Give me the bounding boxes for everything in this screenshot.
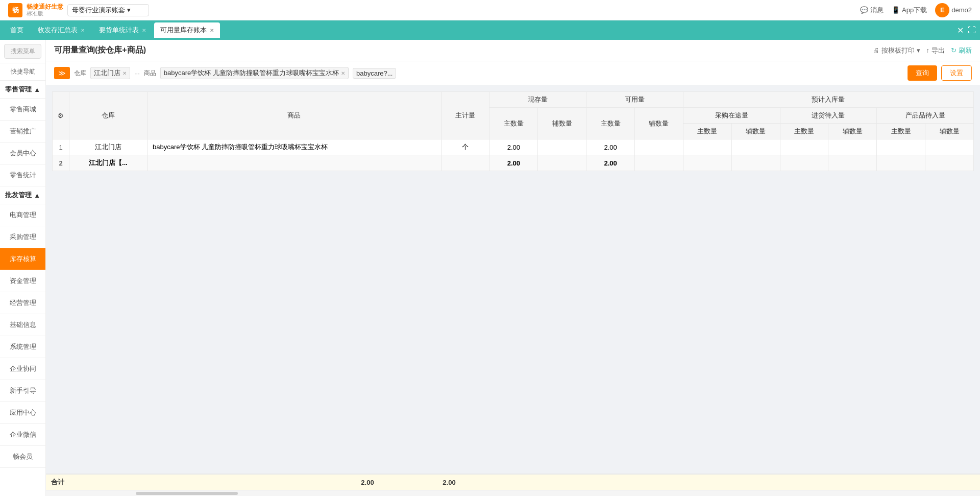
top-bar-left: 畅 畅捷通好生意 标准版 母婴行业演示账套 ▾ <box>8 3 149 17</box>
sidebar-item-purchase[interactable]: 采购管理 <box>0 226 45 248</box>
col-unit-header: 主计量 <box>441 92 489 139</box>
warehouse-more[interactable]: ··· <box>134 69 140 77</box>
avatar: E <box>935 3 949 17</box>
table-footer: 合计 2.00 2.00 <box>46 474 980 490</box>
sidebar-item-wholesale-mgmt[interactable]: 批发管理 ▲ <box>0 186 45 204</box>
tab-expand[interactable]: ⛶ <box>968 26 976 35</box>
tab-order-stats-close[interactable]: ✕ <box>142 28 146 33</box>
tab-order-stats[interactable]: 要货单统计表 ✕ <box>93 22 152 38</box>
row2-incoming-aux <box>828 155 877 171</box>
col-expected-header: 预计入库量 <box>683 92 973 108</box>
warehouse-filter-tag: 江北门店 ✕ <box>90 67 130 79</box>
sidebar-item-ops[interactable]: 经营管理 <box>0 292 45 314</box>
sidebar-item-enterprise-collab[interactable]: 企业协同 <box>0 358 45 380</box>
export-btn[interactable]: ↑ 导出 <box>926 46 945 55</box>
row2-product <box>148 155 442 171</box>
col-stock-header: 现存量 <box>489 92 586 108</box>
scroll-thumb[interactable] <box>136 492 238 495</box>
row1-avail-aux <box>635 139 683 155</box>
col-production-aux-header: 辅数量 <box>925 124 974 139</box>
col-stock-main-header: 主数量 <box>489 108 538 139</box>
sidebar-item-enterprise-wechat[interactable]: 企业微信 <box>0 424 45 446</box>
industry-select[interactable]: 母婴行业演示账套 ▾ <box>67 4 149 16</box>
row1-stock-aux <box>538 139 586 155</box>
row1-product: babycare学饮杯 儿童防摔防撞吸管杯重力球吸嘴杯宝宝水杯 <box>148 139 442 155</box>
sidebar-item-retail-mall[interactable]: 零售商城 <box>0 99 45 121</box>
print-btn[interactable]: 🖨 按模板打印 ▾ <box>873 46 920 55</box>
sidebar-item-member-center[interactable]: 会员中心 <box>0 143 45 164</box>
sidebar-item-marketing[interactable]: 营销推广 <box>0 121 45 143</box>
sidebar-item-retail-stats[interactable]: 零售统计 <box>0 164 45 186</box>
row2-avail-aux <box>635 155 683 171</box>
tab-inventory[interactable]: 可用量库存账本 ✕ <box>154 22 220 38</box>
row2-num: 2 <box>53 155 69 171</box>
app-download-btn[interactable]: 📱 App下载 <box>892 6 927 15</box>
col-purchase-transit-header: 采购在途量 <box>683 108 780 124</box>
page-title: 可用量查询(按仓库+商品) <box>54 45 146 56</box>
filter-expand-btn[interactable]: ≫ <box>54 67 70 79</box>
col-avail-aux-header: 辅数量 <box>635 108 683 139</box>
row2-purchase-aux <box>731 155 780 171</box>
filter-bar: ≫ 仓库 江北门店 ✕ ··· 商品 babycare学饮杯 儿童防摔防撞吸管杯… <box>46 61 980 85</box>
std-label: 标准版 <box>27 10 63 17</box>
warehouse-tag-close[interactable]: ✕ <box>122 70 127 76</box>
tab-bar: 首页 收发存汇总表 ✕ 要货单统计表 ✕ 可用量库存账本 ✕ ✕ ⛶ <box>0 20 980 40</box>
row2-warehouse: 江北门店【... <box>69 155 148 171</box>
table-row: 2 江北门店【... 2.00 2.00 <box>53 155 974 171</box>
col-product-header: 商品 <box>148 92 442 139</box>
row1-warehouse: 江北门店 <box>69 139 148 155</box>
row1-avail-main: 2.00 <box>586 139 635 155</box>
main-layout: 搜索菜单 快捷导航 零售管理 ▲ 零售商城 营销推广 会员中心 零售统计 批发管… <box>0 40 980 496</box>
row2-production-main <box>877 155 925 171</box>
row2-production-aux <box>925 155 974 171</box>
settings-btn[interactable]: 设置 <box>941 65 972 81</box>
col-purchase-main-header: 主数量 <box>683 124 731 139</box>
sidebar-item-basic-info[interactable]: 基础信息 <box>0 314 45 336</box>
tab-inventory-close[interactable]: ✕ <box>210 28 214 33</box>
tab-home[interactable]: 首页 <box>4 22 30 38</box>
warehouse-label: 仓库 <box>74 69 86 78</box>
quick-nav-btn[interactable]: 快捷导航 <box>0 63 45 81</box>
sidebar-item-finance[interactable]: 资金管理 <box>0 270 45 292</box>
row1-purchase-aux <box>731 139 780 155</box>
col-production-header: 产品品待入量 <box>877 108 974 124</box>
brand-name: 畅捷通好生意 <box>27 3 63 10</box>
tab-receipts-close[interactable]: ✕ <box>81 28 85 33</box>
product-label: 商品 <box>144 69 156 78</box>
message-btn[interactable]: 💬 消息 <box>860 6 884 15</box>
col-warehouse-header: 仓库 <box>69 92 148 139</box>
scroll-bar-area[interactable] <box>46 490 980 496</box>
sidebar-item-new-guide[interactable]: 新手引导 <box>0 380 45 402</box>
table-scroll[interactable]: ⚙ 仓库 商品 主计量 现存量 可用量 预计入库量 主数量 辅数量 <box>52 91 974 171</box>
row2-stock-main: 2.00 <box>489 155 538 171</box>
row2-unit <box>441 155 489 171</box>
filter-actions: 查询 设置 <box>908 65 972 81</box>
brand-block: 畅捷通好生意 标准版 <box>27 3 63 17</box>
sidebar: 搜索菜单 快捷导航 零售管理 ▲ 零售商城 营销推广 会员中心 零售统计 批发管… <box>0 40 46 496</box>
user-menu[interactable]: E demo2 <box>935 3 972 17</box>
page-header-actions: 🖨 按模板打印 ▾ ↑ 导出 ↻ 刷新 <box>873 46 972 55</box>
sidebar-item-ecommerce[interactable]: 电商管理 <box>0 204 45 226</box>
col-settings-header[interactable]: ⚙ <box>53 92 69 139</box>
data-table: ⚙ 仓库 商品 主计量 现存量 可用量 预计入库量 主数量 辅数量 <box>52 91 974 171</box>
query-btn[interactable]: 查询 <box>908 65 937 81</box>
sidebar-item-inventory-check[interactable]: 库存核算 <box>0 248 45 270</box>
row2-purchase-main <box>683 155 731 171</box>
row2-incoming-main <box>780 155 828 171</box>
col-stock-aux-header: 辅数量 <box>538 108 586 139</box>
sidebar-item-sys-mgmt[interactable]: 系统管理 <box>0 336 45 358</box>
search-menu-btn[interactable]: 搜索菜单 <box>4 44 41 59</box>
sidebar-item-app-center[interactable]: 应用中心 <box>0 402 45 424</box>
table-row: 1 江北门店 babycare学饮杯 儿童防摔防撞吸管杯重力球吸嘴杯宝宝水杯 个… <box>53 139 974 155</box>
product-tag-close[interactable]: ✕ <box>341 70 345 76</box>
row1-incoming-main <box>780 139 828 155</box>
tab-receipts[interactable]: 收发存汇总表 ✕ <box>32 22 91 38</box>
logo-icon: 畅 <box>8 3 22 17</box>
row1-stock-main: 2.00 <box>489 139 538 155</box>
sidebar-item-member[interactable]: 畅会员 <box>0 446 45 468</box>
row1-production-aux <box>925 139 974 155</box>
sidebar-item-retail-mgmt[interactable]: 零售管理 ▲ <box>0 81 45 99</box>
row1-incoming-aux <box>828 139 877 155</box>
tab-close-all[interactable]: ✕ <box>957 26 964 35</box>
refresh-btn[interactable]: ↻ 刷新 <box>951 46 972 55</box>
